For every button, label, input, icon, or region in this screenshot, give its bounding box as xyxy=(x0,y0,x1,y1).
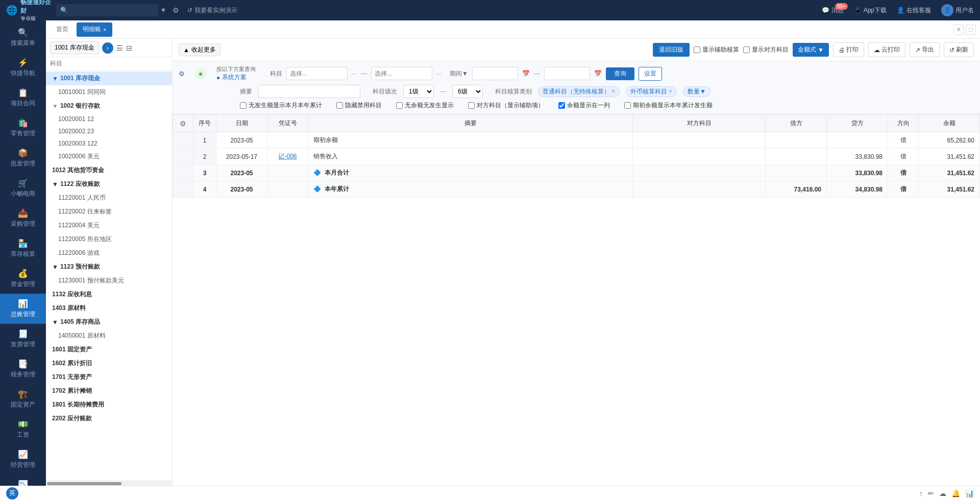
subject-input-end[interactable] xyxy=(371,67,432,80)
tree-item-11220001[interactable]: 11220001 人民币 xyxy=(46,191,172,205)
table-row[interactable]: 22023-05-17记-006销售收入33,830.98借31,451.62 xyxy=(173,149,980,165)
tree-item-2202[interactable]: 2202 应付账款 xyxy=(46,412,172,425)
scrollbar-thumb[interactable] xyxy=(47,482,121,485)
collapse-icon[interactable]: ⊟ xyxy=(126,44,132,52)
checkbox-6[interactable]: 期初余额显示本年累计发生额 xyxy=(624,101,713,110)
summary-input[interactable] xyxy=(258,85,360,98)
top-search-input[interactable] xyxy=(70,7,141,14)
lang-btn[interactable]: 英 xyxy=(6,487,18,499)
sidebar-item-accounting[interactable]: 📊 总账管理 xyxy=(0,294,46,324)
period-label[interactable]: 期间▼ xyxy=(450,69,468,78)
sidebar-item-capital[interactable]: 💰 资金管理 xyxy=(0,264,46,294)
account-tree[interactable]: ▼ 1001 库存现金 10010001 同同同 ▼ 1002 银行存款 100… xyxy=(46,70,172,481)
checkbox-4[interactable]: 对方科目（显示辅助项） xyxy=(468,101,544,110)
tree-item-1601[interactable]: 1601 固定资产 xyxy=(46,343,172,356)
sidebar-item-ecommerce[interactable]: 🛒 小畅电商 xyxy=(0,173,46,203)
tree-item-11220004[interactable]: 11220004 美元 xyxy=(46,219,172,232)
checkbox-5-input[interactable] xyxy=(558,102,565,109)
tree-item-1122[interactable]: ▼ 1122 应收账款 xyxy=(46,177,172,191)
search-dropdown-icon[interactable]: ▼ xyxy=(160,7,166,14)
opposite-checkbox-input[interactable] xyxy=(743,46,750,53)
refresh-btn[interactable]: ↺ 刷新 xyxy=(944,42,974,57)
sidebar-item-business[interactable]: 📈 经营管理 xyxy=(0,444,46,474)
tree-item-1405[interactable]: ▼ 1405 库存商品 xyxy=(46,315,172,329)
table-settings-icon[interactable]: ⚙ xyxy=(180,120,186,128)
app-download-btn[interactable]: 📱 App下载 xyxy=(854,6,887,15)
filter-scheme-icon[interactable]: ● xyxy=(195,68,206,79)
tree-item-1701[interactable]: 1701 无形资产 xyxy=(46,370,172,384)
expand-btn[interactable]: ▲ 收起更多 xyxy=(179,43,220,56)
tree-item-10020006[interactable]: 10020006 美元 xyxy=(46,150,172,163)
subject-input-start[interactable] xyxy=(286,67,348,80)
tree-item-10020001[interactable]: 10020001 12 xyxy=(46,113,172,125)
period-end-input[interactable]: 2023-05 xyxy=(544,67,590,80)
tree-item-1602[interactable]: 1602 累计折旧 xyxy=(46,356,172,370)
top-search-box[interactable]: 🔍 xyxy=(56,4,158,16)
demo-link[interactable]: ↺ 我要看实例演示 xyxy=(187,6,237,15)
sidebar-item-fixed[interactable]: 🏗️ 固定资产 xyxy=(0,384,46,414)
table-row[interactable]: 12023-05期初余额借65,282.60 xyxy=(173,132,980,149)
category-tag-2[interactable]: 外币核算科目 × xyxy=(626,86,677,97)
show-opposite-checkbox[interactable]: 显示对方科目 xyxy=(743,45,789,54)
checkbox-3-input[interactable] xyxy=(396,102,403,109)
tree-item-10020002[interactable]: 10020002 23 xyxy=(46,125,172,137)
sidebar-item-report[interactable]: 📉 小畅报销 xyxy=(0,474,46,486)
sidebar-item-search[interactable]: 🔍 搜索菜单 xyxy=(0,22,46,53)
aux-checkbox-input[interactable] xyxy=(694,46,700,53)
tree-item-1123[interactable]: ▼ 1123 预付账款 xyxy=(46,260,172,274)
tree-item-11220002[interactable]: 11220002 往来标签 xyxy=(46,205,172,219)
message-btn[interactable]: 💬 消息 99+ xyxy=(822,6,844,15)
checkbox-1-input[interactable] xyxy=(240,102,247,109)
filter-settings-btn[interactable]: 设置 xyxy=(639,67,662,81)
tab-maximize-btn[interactable]: □ xyxy=(966,25,976,35)
tab-home[interactable]: 首页 xyxy=(50,22,75,37)
th-settings[interactable]: ⚙ xyxy=(173,115,193,132)
table-row[interactable]: 42023-05🔷 本年累计73,416.0034,830.98借31,451.… xyxy=(173,181,980,198)
sidebar-item-retail[interactable]: 🛍️ 零售管理 xyxy=(0,113,46,143)
show-aux-checkbox[interactable]: 显示辅助核算 xyxy=(694,45,739,54)
tab-detail[interactable]: 明细账 × xyxy=(77,22,112,37)
tree-item-1002[interactable]: ▼ 1002 银行存款 xyxy=(46,99,172,113)
tree-item-10010001[interactable]: 10010001 同同同 xyxy=(46,85,172,99)
tree-item-1702[interactable]: 1702 累计摊销 xyxy=(46,384,172,398)
tag2-close-icon[interactable]: × xyxy=(669,88,672,95)
settings-icon[interactable]: ⚙ xyxy=(173,6,179,14)
sidebar-item-tax[interactable]: 📑 税务管理 xyxy=(0,354,46,384)
quantity-tag[interactable]: 数量▼ xyxy=(683,86,710,97)
checkbox-1[interactable]: 无发生额显示本月本年累计 xyxy=(240,101,322,110)
amount-format-btn[interactable]: 金额式 ▼ xyxy=(793,43,829,57)
cloud-icon[interactable]: ☁ xyxy=(939,489,946,497)
tree-item-1001[interactable]: ▼ 1001 库存现金 xyxy=(46,72,172,85)
edit-icon[interactable]: ✏ xyxy=(928,489,934,497)
data-table-area[interactable]: ⚙ 序号 日期 凭证号 摘要 对方科目 借方 贷方 方向 余额 xyxy=(173,114,980,486)
export-btn[interactable]: ↗ 导出 xyxy=(910,42,940,57)
nav-arrow-btn[interactable]: › xyxy=(102,42,113,54)
notification-icon[interactable]: 🔔 xyxy=(951,489,960,497)
tree-item-14050001[interactable]: 14050001 原材料 xyxy=(46,329,172,343)
breadcrumb-nav[interactable]: 1001 库存现金 xyxy=(50,41,99,54)
back-old-btn[interactable]: 退回旧版 xyxy=(653,43,690,57)
level-from-select[interactable]: 1级2级3级 xyxy=(403,85,434,98)
tree-item-11230001[interactable]: 11230001 预付账款美元 xyxy=(46,274,172,288)
chart-icon[interactable]: 📊 xyxy=(965,489,974,497)
online-service-btn[interactable]: 👤 在线客服 xyxy=(897,6,931,15)
system-scheme[interactable]: ● 系统方案 xyxy=(216,73,256,82)
period-start-input[interactable]: 2023-05 xyxy=(472,67,518,80)
checkbox-4-input[interactable] xyxy=(468,102,475,109)
tag1-close-icon[interactable]: × xyxy=(611,88,615,95)
cloud-print-btn[interactable]: ☁ 云打印 xyxy=(868,42,905,57)
sidebar-item-inventory[interactable]: 🏪 库存核算 xyxy=(0,233,46,264)
tree-item-11220006[interactable]: 11220006 游戏 xyxy=(46,246,172,260)
checkbox-6-input[interactable] xyxy=(624,102,631,109)
avatar[interactable]: 👤 xyxy=(941,4,953,16)
tab-close-btn[interactable]: ✕ xyxy=(953,25,964,35)
tree-item-1801[interactable]: 1801 长期待摊费用 xyxy=(46,398,172,412)
sidebar-item-purchase[interactable]: 📥 采购管理 xyxy=(0,203,46,233)
checkbox-5[interactable]: 余额显示在一列 xyxy=(558,101,610,110)
tree-item-1403[interactable]: 1403 原材料 xyxy=(46,301,172,315)
sidebar-item-invoice[interactable]: 🧾 发票管理 xyxy=(0,324,46,354)
list-view-icon[interactable]: ☰ xyxy=(116,44,123,52)
arrow-up-icon[interactable]: ↑ xyxy=(919,489,923,497)
checkbox-2-input[interactable] xyxy=(336,102,343,109)
checkbox-3[interactable]: 无余额无发生显示 xyxy=(396,101,454,110)
